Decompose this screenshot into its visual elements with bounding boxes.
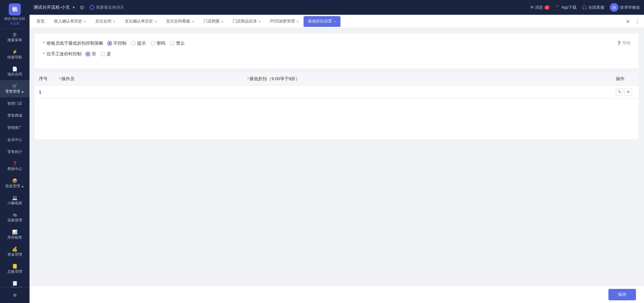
discount-option-no_control[interactable]: 不控制 [107,40,126,46]
main-body: * 收银员低于最低折扣控制策略 不控制 提示 密码 禁止 [30,28,644,303]
tab-close-icon[interactable]: × [84,19,86,23]
discount-option-ban[interactable]: 禁止 [170,40,185,46]
manual-control-row: * 仅手工改价时控制 否 是 [43,51,616,57]
tab-close-icon[interactable]: × [155,19,157,23]
sidebar-item-invoice[interactable]: 🧾 发票管理 [0,277,30,287]
phone-icon: 📱 [555,5,560,10]
tab-close-icon[interactable]: × [297,19,299,23]
row-actions: ✎ ✕ [616,88,632,96]
project-dropdown-icon[interactable]: ▼ [72,5,75,9]
sidebar-item-wholesale[interactable]: 📦 批发管理 ▲ [0,175,30,192]
sidebar-nav: ☰ 搜索菜单 ⚡ 快捷导航 📄 项目合同 🛒 零售管理 ▲ 智慧门店 零售商城 … [0,29,30,287]
sidebar-item-shortcut[interactable]: ⚡ 快捷导航 [0,46,30,63]
topbar-demo[interactable]: 我要看实例演示 [90,5,124,10]
shortcut-icon: ⚡ [12,49,17,54]
sidebar-item-retail-mall[interactable]: 零售商城 [0,109,30,121]
manual-option-no[interactable]: 否 [86,51,96,57]
sidebar-item-ledger[interactable]: 📒 总账管理 [0,260,30,277]
col-header-operator: *操作员 [55,72,243,85]
tab-label: 支出合同看板 [166,18,190,24]
messages-button[interactable]: ✉ 消息 8 [530,5,550,10]
inventory-icon: 📊 [12,230,17,235]
topbar-settings-icon[interactable]: ⚙ [79,4,84,11]
sidebar-item-smart-store[interactable]: 智慧门店 [0,97,30,109]
sidebar-footer[interactable]: ⚙ [0,287,30,303]
radio-circle-no_control [107,41,112,46]
sidebar-item-retail-stat[interactable]: 零售统计 [0,146,30,158]
tab-payment-confirm[interactable]: 支出确认单历史 × [120,16,161,27]
radio-circle-manual-no [86,52,90,56]
sidebar-item-contract[interactable]: 📄 项目合同 [0,63,30,80]
row-delete-button[interactable]: ✕ [625,88,632,96]
user-name: 徐泽华修改 [620,5,640,10]
radio-circle-password [151,41,155,46]
purchase-icon: 🛍 [13,212,17,217]
tab-label: 首页 [37,18,45,24]
purchase-label: 采购管理 [7,218,22,223]
table-body: 1 ✎ ✕ [35,86,639,139]
tab-min-discount[interactable]: 最低折扣设置 × [304,16,340,27]
radio-label-ban: 禁止 [176,40,185,46]
online-support-label: 在线客服 [588,5,604,10]
sidebar-item-search[interactable]: ☰ 搜索菜单 [0,29,30,46]
tab-pos-password[interactable]: POS加密管理 × [266,16,303,27]
sidebar-item-retail[interactable]: 🛒 零售管理 ▲ [0,80,30,97]
retail-mall-label: 零售商城 [7,113,22,118]
finance-label: 资金管理 [7,252,22,257]
tab-label: 支出合同 [95,18,111,24]
ecommerce-icon: 💻 [12,195,17,200]
topbar: 测试分开流程-小兄 ▼ ⚙ 我要看实例演示 ✉ 消息 8 📱 App下载 🎧 在… [30,0,644,15]
demo-text: 我要看实例演示 [96,5,124,10]
sidebar-item-help[interactable]: ❓ 帮助中心 [0,158,30,175]
sidebar-item-member[interactable]: 会员中心 [0,134,30,146]
sidebar-item-finance[interactable]: 💰 资金管理 [0,243,30,260]
tab-payment-board[interactable]: 支出合同看板 × [162,16,198,27]
app-download-label: App下载 [561,5,577,10]
app-download-button[interactable]: 📱 App下载 [555,5,577,10]
sidebar: 畅 畅捷·通好业财 专业版 ☰ 搜索菜单 ⚡ 快捷导航 📄 项目合同 🛒 零售管… [0,0,30,303]
cell-discount [243,86,612,98]
finance-icon: 💰 [12,247,17,252]
col-header-seq: 序号 [35,72,55,85]
sidebar-item-inventory[interactable]: 📊 库存核算 [0,226,30,243]
radio-circle-ban [170,41,175,46]
row-edit-button[interactable]: ✎ [616,88,623,96]
tab-income-confirm[interactable]: 收入确认单历史 × [50,16,90,27]
tab-close-icon[interactable]: × [192,19,194,23]
sidebar-item-marketing[interactable]: 营销推广 [0,121,30,134]
tab-store-archive[interactable]: 门店档案 × [199,16,228,27]
sidebar-item-settings[interactable]: ⚙ [0,292,30,299]
topbar-project: 测试分开流程-小兄 ▼ [34,4,75,10]
tab-store-product[interactable]: 门店商品目录 × [228,16,265,27]
ledger-label: 总账管理 [7,269,22,274]
wholesale-icon: 📦 [12,178,17,183]
sidebar-item-ecommerce[interactable]: 💻 小畅电商 [0,192,30,209]
radio-label-no_control: 不控制 [113,40,126,46]
tab-label: 最低折扣设置 [308,18,332,24]
tab-label: POS加密管理 [270,18,295,24]
app-logo-icon: 畅 [9,3,21,15]
more-tabs-button[interactable]: ⋮ [633,17,641,26]
save-button[interactable]: 保存 [608,289,636,300]
ecommerce-label: 小畅电商 [7,201,22,206]
help-link[interactable]: ❓ 帮助 [616,40,631,46]
discount-option-remind[interactable]: 提示 [131,40,146,46]
cell-action: ✎ ✕ [612,86,639,98]
radio-label-password: 密码 [157,40,165,46]
tab-close-icon[interactable]: × [113,19,115,23]
tab-close-icon[interactable]: × [221,19,223,23]
tab-label: 收入确认单历史 [54,18,82,24]
tab-close-icon[interactable]: × [259,19,261,23]
sidebar-item-purchase[interactable]: 🛍 采购管理 [0,209,30,226]
close-tab-button[interactable]: ✕ [624,17,632,26]
tab-close-icon[interactable]: × [334,19,336,23]
tab-home[interactable]: 首页 [32,16,49,27]
online-support-button[interactable]: 🎧 在线客服 [582,5,604,10]
tab-payment-contract[interactable]: 支出合同 × [91,16,119,27]
manual-option-yes[interactable]: 是 [101,51,111,57]
demo-circle-icon [90,5,94,10]
tabs-right-controls: ✕ ⋮ [624,17,641,26]
discount-option-password[interactable]: 密码 [151,40,165,46]
help-icon: ❓ [12,161,17,166]
user-info[interactable]: 徐 徐泽华修改 [610,3,640,12]
